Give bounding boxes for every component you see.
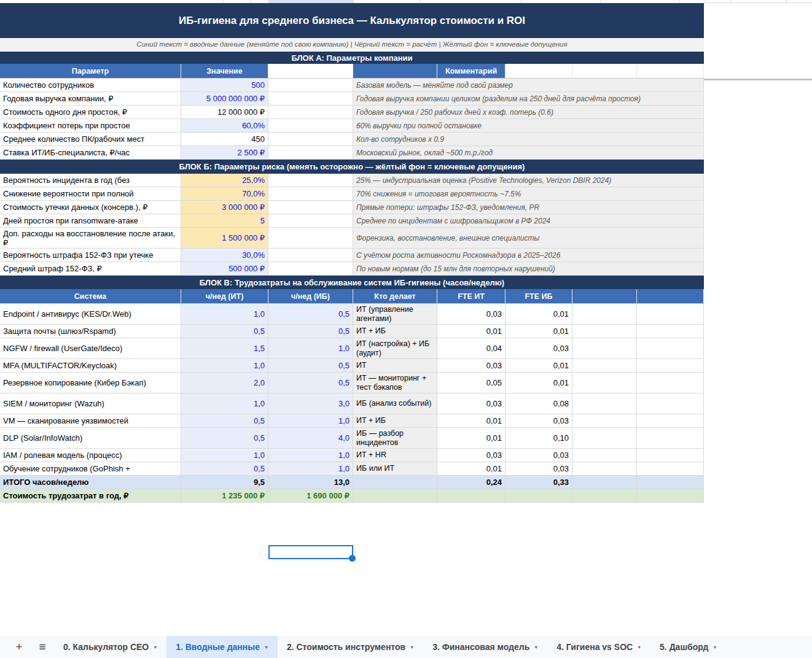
value-cell[interactable]: 2 500 ₽ [181,146,268,160]
empty-cell[interactable] [572,325,637,338]
empty-cell[interactable] [506,489,572,503]
who-cell[interactable]: ИТ (настройка) + ИБ (аудит) [353,338,437,359]
hours-ib-cell[interactable]: 1,0 [268,338,353,359]
empty-cell[interactable] [268,187,353,201]
param-cell[interactable]: Годовая выручка компании, ₽ [0,92,181,106]
col-header-who[interactable]: Кто делает [353,289,437,304]
empty-cell[interactable] [353,476,437,489]
hours-it-cell[interactable]: 0,5 [181,462,268,476]
cost-label-cell[interactable]: Стоимость трудозатрат в год, ₽ [0,489,181,503]
empty-cell[interactable] [637,476,704,489]
comment-cell[interactable]: Базовая модель — меняйте под свой размер [353,79,704,92]
comment-cell[interactable]: По новым нормам (до 15 млн для повторных… [353,262,704,276]
col-header-system[interactable]: Система [0,289,181,304]
fill-handle[interactable] [349,555,356,562]
hours-it-cell[interactable]: 1,0 [181,393,268,414]
hours-it-cell[interactable]: 1,0 [181,359,268,373]
hours-ib-cell[interactable]: 1,0 [268,414,353,428]
value-cell[interactable]: 30,0% [181,249,268,262]
empty-cell[interactable] [268,106,353,119]
empty-header-cell[interactable] [353,64,437,79]
empty-cell[interactable] [637,489,704,503]
fte-ib-cell[interactable]: 0,03 [506,449,572,462]
param-cell[interactable]: Снижение вероятности при полной [0,187,181,201]
sheet-title-banner[interactable]: ИБ-гигиена для среднего бизнеса — Кальку… [0,3,704,38]
total-hours-ib-cell[interactable]: 13,0 [268,476,353,489]
who-cell[interactable]: ИБ или ИТ [353,462,437,476]
hours-ib-cell[interactable]: 0,5 [268,304,353,325]
tab-financial-model[interactable]: 3. Финансовая модель ▼ [423,636,547,658]
block-a-header[interactable]: БЛОК А: Параметры компании [0,52,704,64]
total-label-cell[interactable]: ИТОГО часов/неделю [0,476,181,489]
hours-it-cell[interactable]: 2,0 [181,373,268,393]
chevron-down-icon[interactable]: ▼ [534,645,538,649]
fte-it-cell[interactable]: 0,03 [437,304,506,325]
hours-ib-cell[interactable]: 3,0 [268,393,353,414]
fte-it-cell[interactable]: 0,01 [437,414,506,428]
system-cell[interactable]: MFA (MULTIFACTOR/Keycloak) [0,359,181,373]
comment-cell[interactable]: 25% — индустриальная оценка (Positive Te… [353,174,704,187]
hours-it-cell[interactable]: 0,5 [181,325,268,338]
col-header-hours-it[interactable]: ч/нед (ИТ) [181,289,268,304]
hours-ib-cell[interactable]: 0,5 [268,373,353,393]
empty-cell[interactable] [437,489,506,503]
col-header-param[interactable]: Параметр [0,64,181,79]
comment-cell[interactable]: 60% выручки при полной остановке [353,119,704,133]
empty-cell[interactable] [637,373,704,393]
col-header-fte-it[interactable]: FTE ИТ [437,289,506,304]
comment-cell[interactable]: Кол-во сотрудников x 0.9 [353,133,704,146]
who-cell[interactable]: ИТ (управление агентами) [353,304,437,325]
comment-cell[interactable]: Московский рынок, оклад ~500 т.р./год [353,146,704,160]
system-cell[interactable]: Защита почты (шлюз/Rspamd) [0,325,181,338]
fte-ib-cell[interactable]: 0,01 [506,373,572,393]
empty-cell[interactable] [572,462,637,476]
total-fte-ib-cell[interactable]: 0,33 [506,476,572,489]
empty-cell[interactable] [268,201,353,214]
empty-cell[interactable] [572,304,637,325]
param-cell[interactable]: Коэффициент потерь при простое [0,119,181,133]
empty-header-cell[interactable] [637,289,704,304]
comment-cell[interactable]: Форензика, восстановление, внешние специ… [353,228,704,249]
empty-cell[interactable] [506,64,572,79]
all-sheets-button[interactable]: ≡ [31,636,54,658]
tab-calculator-ceo[interactable]: 0. Калькулятор CEO ▼ [54,636,166,658]
who-cell[interactable]: ИТ [353,359,437,373]
empty-cell[interactable] [572,489,637,503]
who-cell[interactable]: ИТ + ИБ [353,325,437,338]
hours-ib-cell[interactable]: 0,5 [268,325,353,338]
fte-it-cell[interactable]: 0,04 [437,338,506,359]
block-b-header[interactable]: БЛОК Б: Параметры риска (менять осторожн… [0,160,704,174]
cost-it-cell[interactable]: 1 235 000 ₽ [181,489,268,503]
fte-it-cell[interactable]: 0,05 [437,373,506,393]
param-cell[interactable]: Стоимость утечки данных (консерв.), ₽ [0,201,181,214]
fte-ib-cell[interactable]: 0,01 [506,304,572,325]
chevron-down-icon[interactable]: ▼ [264,645,268,649]
legend-note[interactable]: Синий текст = вводные данные (меняйте по… [0,38,704,50]
empty-cell[interactable] [637,414,704,428]
who-cell[interactable]: ИБ — разбор инцидентов [353,428,437,449]
hours-it-cell[interactable]: 0,5 [181,428,268,449]
empty-cell[interactable] [268,214,353,228]
fte-it-cell[interactable]: 0,03 [437,393,506,414]
hours-it-cell[interactable]: 1,5 [181,338,268,359]
empty-cell[interactable] [268,146,353,160]
empty-cell[interactable] [637,428,704,449]
empty-cell[interactable] [268,92,353,106]
col-header-fte-ib[interactable]: FTE ИБ [506,289,572,304]
empty-cell[interactable] [637,304,704,325]
param-cell[interactable]: Количество сотрудников [0,79,181,92]
param-cell[interactable]: Вероятность штрафа 152-ФЗ при утечке [0,249,181,262]
fte-ib-cell[interactable]: 0,03 [506,414,572,428]
tab-tool-costs[interactable]: 2. Стоимость инструментов ▼ [278,636,423,658]
total-fte-it-cell[interactable]: 0,24 [437,476,506,489]
empty-header-cell[interactable] [572,289,637,304]
value-cell[interactable]: 1 500 000 ₽ [181,228,268,249]
empty-cell[interactable] [637,338,704,359]
param-cell[interactable]: Среднее количество ПК/рабочих мест [0,133,181,146]
value-cell[interactable]: 5 [181,214,268,228]
fte-ib-cell[interactable]: 0,08 [506,393,572,414]
empty-cell[interactable] [268,262,353,276]
add-sheet-button[interactable]: + [7,636,31,658]
comment-cell[interactable]: 70% снижения = итоговая вероятность ~7.5… [353,187,704,201]
empty-cell[interactable] [572,359,637,373]
